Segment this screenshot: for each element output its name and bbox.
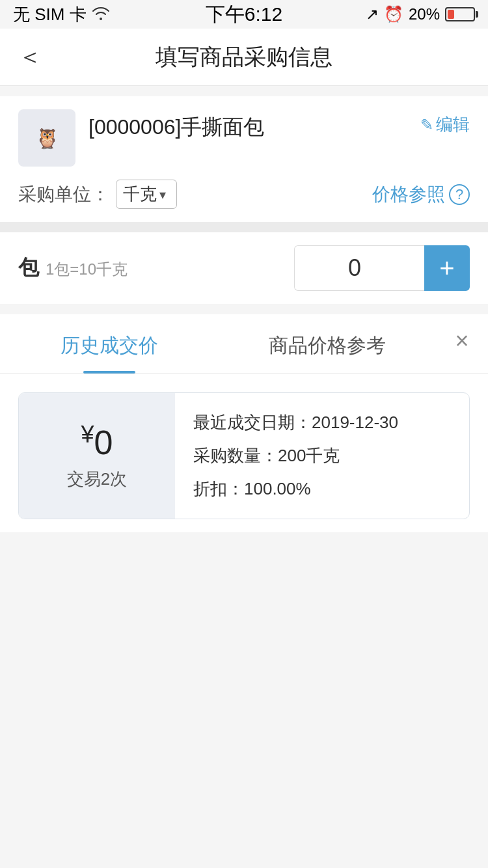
currency-symbol: ¥: [81, 421, 94, 448]
wifi-icon: [92, 5, 110, 25]
product-thumbnail: 🦉: [18, 109, 75, 167]
help-icon: ?: [449, 184, 470, 205]
unit-value: 千克: [123, 183, 157, 206]
purchase-quantity-row: 采购数量：200千克: [193, 443, 451, 468]
main-background: [0, 532, 488, 868]
quantity-label: 包 1包=10千克: [18, 254, 128, 282]
tabs-close-button[interactable]: ×: [436, 327, 488, 361]
section-divider: [0, 222, 488, 232]
recent-date-label: 最近成交日期：: [193, 413, 312, 432]
time-display: 下午6:12: [206, 1, 282, 28]
tab-product-price-reference[interactable]: 商品价格参考: [218, 314, 436, 373]
tabs-header: 历史成交价 商品价格参考 ×: [0, 314, 488, 374]
gps-icon: ↗: [366, 5, 379, 23]
edit-button[interactable]: ✎ 编辑: [420, 109, 470, 136]
product-left: 🦉 [0000006]手撕面包: [18, 109, 264, 167]
quantity-value: 200千克: [278, 446, 340, 465]
recent-date-value: 2019-12-30: [312, 413, 398, 432]
transaction-count: 交易2次: [67, 468, 127, 491]
tab-historical-price[interactable]: 历史成交价: [0, 314, 218, 373]
quantity-input-group: +: [294, 245, 470, 291]
quantity-label: 采购数量：: [193, 446, 278, 465]
price-reference-button[interactable]: 价格参照 ?: [372, 182, 470, 207]
discount-label: 折扣：: [193, 479, 244, 498]
product-section: 🦉 [0000006]手撕面包 ✎ 编辑 采购单位： 千克 ▾ 价格参照 ?: [0, 96, 488, 222]
discount-value: 100.00%: [244, 479, 311, 498]
status-right: ↗ ⏰ 20%: [366, 5, 475, 23]
status-bar: 无 SIM 卡 下午6:12 ↗ ⏰ 20%: [0, 0, 488, 29]
battery-icon: [445, 7, 475, 21]
quantity-row: 包 1包=10千克 +: [0, 232, 488, 304]
edit-icon: ✎: [420, 116, 433, 134]
nav-bar: ＜ 填写商品采购信息: [0, 29, 488, 86]
quantity-input[interactable]: [294, 245, 424, 291]
unit-left: 采购单位： 千克 ▾: [18, 180, 177, 209]
tabs-section: 历史成交价 商品价格参考 × ¥0 交易2次 最近成交日期：2019-12-30…: [0, 314, 488, 532]
carrier-text: 无 SIM 卡: [13, 3, 87, 26]
quantity-unit: 包: [18, 254, 39, 282]
product-unit-row: 采购单位： 千克 ▾ 价格参照 ?: [18, 180, 470, 209]
discount-row: 折扣：100.00%: [193, 476, 451, 502]
card-right-details: 最近成交日期：2019-12-30 采购数量：200千克 折扣：100.00%: [175, 393, 469, 519]
back-button[interactable]: ＜: [18, 41, 42, 73]
transaction-price: ¥0: [81, 421, 113, 462]
product-header: 🦉 [0000006]手撕面包 ✎ 编辑: [18, 109, 470, 167]
status-left: 无 SIM 卡: [13, 3, 110, 26]
battery-percent: 20%: [409, 5, 440, 23]
unit-label: 采购单位：: [18, 182, 109, 207]
alarm-icon: ⏰: [384, 5, 403, 23]
tab-content-historical: ¥0 交易2次 最近成交日期：2019-12-30 采购数量：200千克 折扣：…: [0, 374, 488, 532]
price-ref-label: 价格参照: [372, 182, 445, 207]
quantity-increment-button[interactable]: +: [424, 245, 470, 291]
quantity-conversion: 1包=10千克: [46, 259, 128, 280]
transaction-card: ¥0 交易2次 最近成交日期：2019-12-30 采购数量：200千克 折扣：…: [18, 392, 470, 519]
unit-select-dropdown[interactable]: 千克 ▾: [116, 180, 177, 209]
page-title: 填写商品采购信息: [156, 42, 332, 72]
recent-date-row: 最近成交日期：2019-12-30: [193, 410, 451, 435]
card-left-price: ¥0 交易2次: [19, 393, 175, 519]
chevron-down-icon: ▾: [159, 187, 166, 202]
product-name: [0000006]手撕面包: [88, 109, 264, 142]
